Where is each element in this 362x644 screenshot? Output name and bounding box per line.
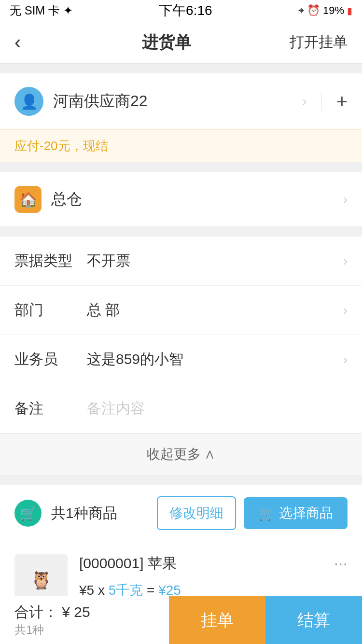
spacer-3 xyxy=(0,226,362,236)
notice-bar: 应付-20元，现结 xyxy=(0,129,362,162)
battery-icon: ▮ xyxy=(347,5,352,16)
battery-level: 19% xyxy=(323,4,344,17)
invoice-chevron-icon: › xyxy=(343,253,348,269)
product-cart-icon: 🛒 xyxy=(14,500,42,527)
warehouse-section: 🏠 总仓 › xyxy=(0,172,362,226)
department-value: 总 部 xyxy=(77,300,343,320)
salesperson-label: 业务员 xyxy=(14,350,77,369)
status-left: 无 SIM 卡 ✦ xyxy=(10,3,73,18)
status-right: ⌖ ⏰ 19% ▮ xyxy=(298,4,352,17)
alarm-icon: ⏰ xyxy=(307,4,320,17)
supplier-row[interactable]: 👤 河南供应商22 › + xyxy=(0,73,362,129)
select-product-label: 选择商品 xyxy=(279,504,333,522)
total-section: 合计： ¥ 25 共1种 xyxy=(0,602,169,638)
location-icon: ⌖ xyxy=(298,4,304,17)
total-value: ¥ 25 xyxy=(62,604,90,620)
spacer-1 xyxy=(0,64,362,73)
product-info: [0000001] 苹果 ¥5 x 5千克 = ¥25 xyxy=(79,554,326,600)
notice-text: 应付-20元，现结 xyxy=(14,139,108,153)
collapse-label: 收起更多 ∧ xyxy=(147,447,216,462)
add-supplier-button[interactable]: + xyxy=(336,91,348,112)
product-count: 共1种商品 xyxy=(51,504,157,523)
collapse-button[interactable]: 收起更多 ∧ xyxy=(0,433,362,475)
supplier-name: 河南供应商22 xyxy=(53,91,302,112)
warehouse-row[interactable]: 🏠 总仓 › xyxy=(0,172,362,226)
supplier-section: 👤 河南供应商22 › + 应付-20元，现结 xyxy=(0,73,362,162)
total-label: 合计： xyxy=(14,604,58,620)
remark-row[interactable]: 备注 备注内容 xyxy=(0,384,362,433)
salesperson-value: 这是859的小智 xyxy=(77,350,343,369)
invoice-type-label: 票据类型 xyxy=(14,251,77,271)
salesperson-row[interactable]: 业务员 这是859的小智 › xyxy=(0,335,362,384)
back-button[interactable]: ‹ xyxy=(14,31,43,53)
product-header: 🛒 共1种商品 修改明细 🛒 选择商品 xyxy=(0,475,362,542)
page-title: 进货单 xyxy=(142,31,191,54)
product-more-button[interactable]: ··· xyxy=(326,554,348,573)
avatar: 👤 xyxy=(14,87,43,116)
edit-detail-button[interactable]: 修改明细 xyxy=(157,496,236,530)
open-pending-button[interactable]: 打开挂单 xyxy=(290,32,348,52)
form-section: 票据类型 不开票 › 部门 总 部 › 业务员 这是859的小智 › 备注 备注… xyxy=(0,236,362,475)
nav-bar: ‹ 进货单 打开挂单 xyxy=(0,21,362,64)
product-code: [0000001] xyxy=(79,555,143,571)
department-label: 部门 xyxy=(14,300,77,320)
remark-label: 备注 xyxy=(14,399,77,419)
product-title: 苹果 xyxy=(148,555,177,571)
sim-status: 无 SIM 卡 ✦ xyxy=(10,3,73,18)
spacer-2 xyxy=(0,162,362,172)
invoice-type-value: 不开票 xyxy=(77,251,343,271)
product-name: [0000001] 苹果 xyxy=(79,554,326,574)
status-time: 下午6:16 xyxy=(159,1,212,20)
checkout-button[interactable]: 结算 xyxy=(265,596,362,644)
select-product-button[interactable]: 🛒 选择商品 xyxy=(244,497,348,529)
invoice-type-row[interactable]: 票据类型 不开票 › xyxy=(0,236,362,285)
warehouse-icon: 🏠 xyxy=(14,186,42,213)
divider xyxy=(321,92,322,111)
department-chevron-icon: › xyxy=(343,303,348,318)
salesperson-chevron-icon: › xyxy=(343,352,348,367)
warehouse-name: 总仓 xyxy=(51,189,343,210)
remark-input[interactable]: 备注内容 xyxy=(77,399,348,419)
department-row[interactable]: 部门 总 部 › xyxy=(0,285,362,335)
hang-order-button[interactable]: 挂单 xyxy=(169,596,265,644)
product-owl-icon: 🦉 xyxy=(30,570,52,590)
avatar-icon: 👤 xyxy=(20,93,38,110)
bottom-bar: 合计： ¥ 25 共1种 挂单 结算 xyxy=(0,596,362,644)
total-count: 共1种 xyxy=(14,622,154,638)
supplier-chevron-icon: › xyxy=(302,94,306,109)
status-bar: 无 SIM 卡 ✦ 下午6:16 ⌖ ⏰ 19% ▮ xyxy=(0,0,362,21)
total-amount: 合计： ¥ 25 xyxy=(14,602,154,622)
select-product-icon: 🛒 xyxy=(258,505,275,521)
warehouse-chevron-icon: › xyxy=(343,192,348,207)
